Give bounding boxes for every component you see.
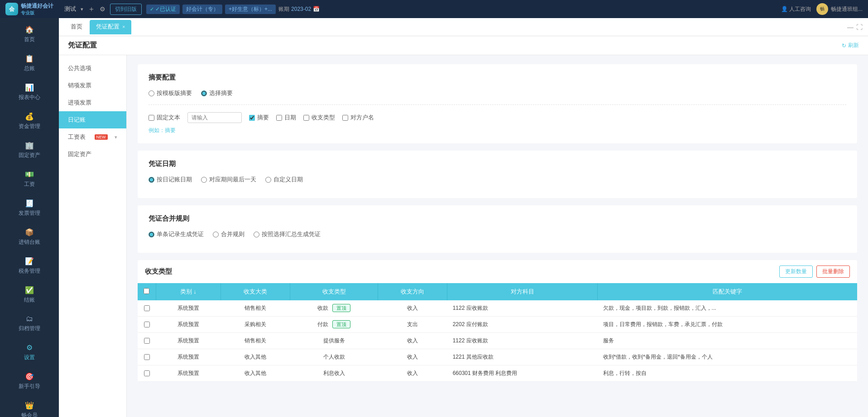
checkbox-summary[interactable]: 摘要 [249, 114, 269, 122]
checkbox-income-type[interactable]: 收支类型 [303, 114, 335, 122]
add-button[interactable]: ＋ [88, 5, 95, 14]
topbar-tags: ✓ ✓已认证 好会计（专） +好生意（标）+... 账期 2023-02 📅 [146, 5, 777, 14]
row-checkbox-2[interactable] [144, 338, 150, 344]
brand-text: 畅捷通好会计 专业版 [21, 2, 53, 16]
tab-close-icon[interactable]: × [122, 24, 125, 29]
td-account-0: 1122 应收账款 [447, 300, 598, 317]
summary-radio-group: 按模板版摘要 选择摘要 [149, 89, 846, 97]
radio-custom-date[interactable]: 自定义日期 [265, 175, 303, 184]
checkbox-fixed-text[interactable]: 固定文本 [149, 114, 180, 122]
radio-select-summary[interactable]: 选择摘要 [201, 89, 233, 97]
td-category-3: 系统预置 [156, 349, 221, 365]
status-tag-1[interactable]: 置顶 [332, 320, 350, 328]
fixed-text-input[interactable] [187, 112, 242, 123]
radio-period-last-day[interactable]: 对应期间最后一天 [201, 175, 256, 184]
td-keywords-4: 利息，行转，按自 [598, 365, 857, 382]
td-category-0: 系统预置 [156, 300, 221, 317]
batch-delete-button[interactable]: 批量删除 [816, 265, 850, 278]
radio-merge-rules[interactable]: 合并规则 [213, 230, 245, 238]
td-checkbox-2 [138, 333, 156, 349]
td-type-4: 利息收入 [290, 365, 378, 382]
sidebar-item-funds[interactable]: 💰 资金管理 [0, 107, 59, 136]
th-checkbox [138, 283, 156, 300]
left-nav-sales-invoice[interactable]: 销项发票 [59, 77, 126, 94]
reports-icon: 📊 [25, 83, 34, 92]
summary-section: 摘要配置 按模板版摘要 选择摘要 [138, 64, 857, 143]
sidebar-item-settings[interactable]: ⚙ 设置 [0, 338, 59, 367]
radio-by-selection[interactable]: 按照选择汇总生成凭证 [254, 230, 321, 238]
update-count-button[interactable]: 更新数量 [779, 265, 813, 278]
sidebar-item-archive[interactable]: 🗂 归档管理 [0, 309, 59, 338]
switch-version-button[interactable]: 切到旧版 [110, 4, 142, 15]
left-nav: 公共选项 销项发票 进项发票 日记账 工资表 NEW ▾ 固定资产 [59, 55, 127, 417]
tab-bar: 首页 凭证配置 × — ⛶ [59, 18, 868, 36]
sidebar-item-invoice[interactable]: 🧾 发票管理 [0, 194, 59, 223]
user-name: 畅捷通班组... [831, 5, 863, 13]
calendar-icon[interactable]: 📅 [313, 6, 320, 12]
sidebar-item-tax[interactable]: 📝 税务管理 [0, 251, 59, 280]
td-major-0: 销售相关 [221, 300, 290, 317]
accounting-tag: 好会计（专） [182, 5, 222, 14]
table-row: 系统预置 收入其他 个人收款 收入 1221 其他应收款 收到*借款，收到*备用… [138, 349, 857, 365]
select-all-checkbox[interactable] [144, 288, 149, 294]
td-direction-3: 收入 [378, 349, 447, 365]
td-type-3: 个人收款 [290, 349, 378, 365]
home-icon: 🏠 [25, 25, 34, 34]
td-category-2: 系统预置 [156, 333, 221, 349]
funds-icon: 💰 [25, 112, 34, 121]
left-nav-public[interactable]: 公共选项 [59, 60, 126, 77]
radio-by-journal-date[interactable]: 按日记账日期 [149, 175, 192, 184]
tab-minimize-icon[interactable]: — [847, 24, 854, 31]
td-account-3: 1221 其他应收款 [447, 349, 598, 365]
left-nav-journal[interactable]: 日记账 [59, 111, 126, 128]
checkbox-date[interactable]: 日期 [276, 114, 296, 122]
radio-template-summary[interactable]: 按模板版摘要 [149, 89, 192, 97]
inventory-icon: 📦 [25, 228, 34, 237]
sidebar-item-guide[interactable]: 🎯 新手引导 [0, 367, 59, 396]
left-nav-fixed-assets[interactable]: 固定资产 [59, 146, 126, 163]
topbar: 会 畅捷通好会计 专业版 测试 ▾ ＋ ⚙ 切到旧版 ✓ ✓已认证 好会计（专）… [0, 0, 868, 18]
test-dropdown[interactable]: ▾ [81, 6, 83, 12]
tab-home[interactable]: 首页 [64, 20, 89, 34]
row-checkbox-0[interactable] [144, 305, 150, 311]
row-checkbox-1[interactable] [144, 322, 150, 327]
gear-icon[interactable]: ⚙ [100, 5, 106, 13]
td-account-4: 660301 财务费用 利息费用 [447, 365, 598, 382]
tab-voucher-config[interactable]: 凭证配置 × [90, 20, 131, 34]
test-label: 测试 [64, 5, 76, 13]
row-checkbox-4[interactable] [144, 370, 150, 376]
consult-label[interactable]: 👤 人工咨询 [781, 5, 811, 13]
status-tag-0[interactable]: 置顶 [332, 304, 350, 312]
sidebar-item-inventory[interactable]: 📦 进销台账 [0, 223, 59, 251]
new-badge: NEW [95, 134, 108, 140]
assets-icon: 🏢 [25, 141, 34, 150]
sidebar-item-ledger[interactable]: 📋 总账 [0, 49, 59, 78]
left-nav-purchase-invoice[interactable]: 进项发票 [59, 94, 126, 111]
row-checkbox-3[interactable] [144, 354, 150, 360]
td-checkbox-3 [138, 349, 156, 365]
td-type-2: 提供服务 [290, 333, 378, 349]
business-tag: +好生意（标）+... [225, 5, 276, 14]
invoice-icon: 🧾 [25, 199, 34, 208]
td-major-4: 收入其他 [221, 365, 290, 382]
sidebar-item-close[interactable]: ✅ 结账 [0, 280, 59, 309]
income-expense-table: 类别 ↓ 收支大类 收支类型 收支方向 对方科目 匹配关键字 [138, 283, 857, 382]
sidebar-item-member[interactable]: 👑 畅会员 [0, 396, 59, 417]
refresh-button[interactable]: ↻ 刷新 [842, 42, 859, 49]
checkbox-counterparty[interactable]: 对方户名 [342, 114, 374, 122]
tab-expand-icon[interactable]: ⛶ [856, 24, 863, 31]
example-text: 例如：摘要 [149, 127, 846, 134]
td-major-2: 销售相关 [221, 333, 290, 349]
voucher-date-section: 凭证日期 按日记账日期 对应期间最后一天 自定义日期 [138, 151, 857, 198]
sidebar-item-reports[interactable]: 📊 报表中心 [0, 78, 59, 107]
person-icon: 👤 [781, 6, 788, 12]
payroll-expand-icon: ▾ [115, 134, 117, 140]
sidebar-item-fixed-assets[interactable]: 🏢 固定资产 [0, 136, 59, 165]
sidebar-item-home[interactable]: 🏠 首页 [0, 20, 59, 49]
member-icon: 👑 [25, 401, 34, 410]
sidebar-item-salary[interactable]: 💵 工资 [0, 165, 59, 194]
avatar: 畅 [816, 3, 828, 15]
left-nav-payroll[interactable]: 工资表 NEW ▾ [59, 128, 126, 146]
content-area: 首页 凭证配置 × — ⛶ 凭证配置 ↻ 刷新 公共选项 [59, 18, 868, 417]
radio-single-record[interactable]: 单条记录生成凭证 [149, 230, 204, 238]
